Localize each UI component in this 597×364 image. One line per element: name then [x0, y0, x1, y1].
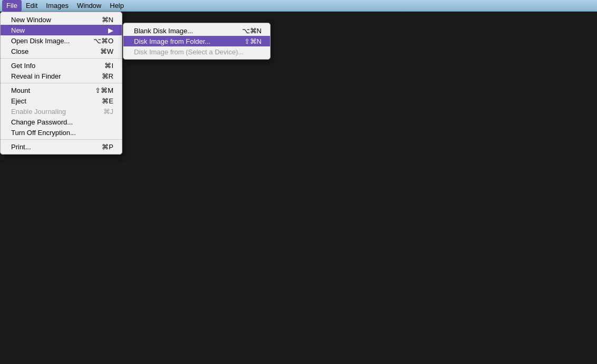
submenu-item-blank-disk[interactable]: Blank Disk Image... ⌥⌘N — [123, 25, 270, 36]
menubar-file[interactable]: File — [2, 0, 22, 12]
menu-item-reveal-in-finder[interactable]: Reveal in Finder ⌘R — [1, 71, 122, 81]
menu-item-new-window[interactable]: New Window ⌘N — [1, 14, 122, 25]
submenu-arrow-icon: ▶ — [108, 26, 113, 34]
menu-item-turn-off-encryption[interactable]: Turn Off Encryption... — [1, 127, 122, 138]
menu-item-eject[interactable]: Eject ⌘E — [1, 95, 122, 106]
menu-item-enable-journaling-label: Enable Journaling — [11, 108, 66, 116]
menu-item-change-password[interactable]: Change Password... — [1, 117, 122, 127]
menu-item-get-info[interactable]: Get Info ⌘I — [1, 60, 122, 71]
file-menu: New Window ⌘N New ▶ Blank Disk Image... … — [0, 12, 122, 155]
separator-2 — [1, 83, 122, 83]
menu-item-eject-shortcut: ⌘E — [102, 97, 113, 105]
menu-item-change-password-label: Change Password... — [11, 118, 73, 126]
menubar-window[interactable]: Window — [73, 0, 105, 12]
menu-item-turn-off-encryption-label: Turn Off Encryption... — [11, 129, 76, 137]
menu-item-print-shortcut: ⌘P — [102, 143, 113, 151]
submenu-item-blank-disk-label: Blank Disk Image... — [134, 27, 193, 35]
menubar-help[interactable]: Help — [105, 0, 128, 12]
menu-item-print[interactable]: Print... ⌘P — [1, 141, 122, 152]
menu-item-eject-label: Eject — [11, 97, 26, 105]
menu-item-close-shortcut: ⌘W — [100, 47, 113, 55]
menu-item-get-info-label: Get Info — [11, 62, 35, 70]
menu-item-new-window-shortcut: ⌘N — [102, 16, 113, 24]
menu-item-mount-shortcut: ⇧⌘M — [95, 87, 113, 94]
new-submenu: Blank Disk Image... ⌥⌘N Disk Image from … — [123, 23, 271, 60]
menubar: File Edit Images Window Help — [0, 0, 597, 12]
submenu-item-blank-disk-shortcut: ⌥⌘N — [242, 27, 262, 35]
menu-item-mount-label: Mount — [11, 87, 30, 94]
separator-1 — [1, 58, 122, 59]
menu-item-enable-journaling: Enable Journaling ⌘J — [1, 106, 122, 117]
submenu-item-disk-from-folder-shortcut: ⇧⌘N — [244, 37, 262, 45]
submenu-item-disk-from-folder-label: Disk Image from Folder... — [134, 37, 210, 45]
menubar-images[interactable]: Images — [42, 0, 73, 12]
menu-item-new-window-label: New Window — [11, 16, 51, 24]
menu-item-new[interactable]: New ▶ Blank Disk Image... ⌥⌘N Disk Image… — [1, 25, 122, 35]
menu-item-reveal-in-finder-shortcut: ⌘R — [102, 72, 113, 80]
menu-item-open-disk-image-label: Open Disk Image... — [11, 37, 70, 45]
menu-item-reveal-in-finder-label: Reveal in Finder — [11, 72, 61, 80]
menu-item-open-disk-image[interactable]: Open Disk Image... ⌥⌘O — [1, 35, 122, 46]
menu-item-enable-journaling-shortcut: ⌘J — [103, 108, 114, 116]
menu-item-new-label: New — [11, 26, 25, 34]
menu-item-open-disk-image-shortcut: ⌥⌘O — [93, 37, 113, 45]
submenu-item-disk-from-folder[interactable]: Disk Image from Folder... ⇧⌘N — [123, 36, 270, 46]
menu-item-close-label: Close — [11, 47, 28, 55]
menubar-edit[interactable]: Edit — [22, 0, 42, 12]
menu-item-close[interactable]: Close ⌘W — [1, 46, 122, 56]
menu-item-print-label: Print... — [11, 143, 31, 151]
separator-3 — [1, 139, 122, 140]
submenu-item-disk-from-device-label: Disk Image from (Select a Device)... — [134, 48, 244, 56]
submenu-item-disk-from-device: Disk Image from (Select a Device)... — [123, 46, 270, 57]
menu-item-mount[interactable]: Mount ⇧⌘M — [1, 85, 122, 95]
menu-item-get-info-shortcut: ⌘I — [104, 62, 113, 70]
